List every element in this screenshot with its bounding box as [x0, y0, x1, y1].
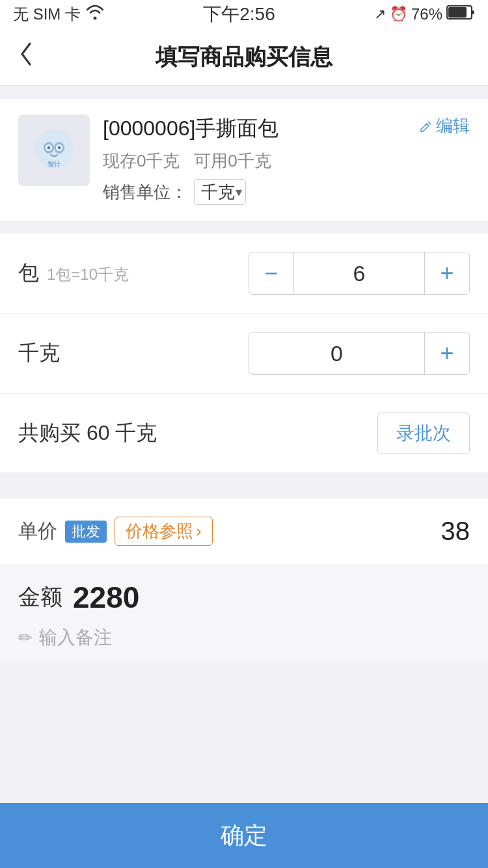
sim-label: 无 SIM 卡: [13, 4, 81, 25]
svg-point-8: [58, 146, 61, 150]
separator-2: [0, 472, 488, 485]
kg-label: 千克: [18, 339, 60, 368]
price-batch-tag: 批发: [65, 521, 107, 543]
status-bar: 无 SIM 卡 下午2:56 ↗ ⏰ 76%: [0, 0, 488, 29]
location-icon: ↗: [374, 6, 386, 23]
page-title: 填写商品购买信息: [156, 42, 332, 72]
bao-minus-button[interactable]: −: [249, 252, 294, 295]
amount-label: 金额: [18, 582, 62, 612]
battery-label: 76%: [411, 5, 442, 23]
price-section: 单价 批发 价格参照 › 38: [0, 498, 488, 564]
amount-value: 2280: [73, 580, 139, 615]
status-time: 下午2:56: [203, 2, 275, 27]
kg-quantity-input[interactable]: [249, 332, 424, 375]
svg-text:智计: 智计: [47, 161, 61, 168]
product-thumbnail: 智计: [18, 115, 90, 186]
svg-rect-1: [448, 7, 467, 18]
quantity-section: 包 1包=10千克 − + 千克 + 共购买 60 千克 录批次: [0, 234, 488, 472]
pencil-icon: ✏: [18, 628, 33, 648]
note-placeholder: 输入备注: [39, 625, 112, 650]
amount-section: 金额 2280 ✏ 输入备注: [0, 564, 488, 660]
product-stock: 现存0千克 可用0千克: [103, 150, 470, 172]
unit-select[interactable]: 千克: [194, 179, 246, 205]
bao-quantity-control: − +: [249, 252, 470, 295]
bao-label: 包 1包=10千克: [18, 259, 129, 288]
summary-row: 共购买 60 千克 录批次: [0, 394, 488, 472]
kg-quantity-row: 千克 +: [0, 314, 488, 394]
product-info: [0000006]手撕面包 现存0千克 可用0千克 销售单位： 千克: [103, 115, 470, 205]
edit-label: 编辑: [436, 115, 470, 137]
amount-row: 金额 2280: [18, 580, 470, 615]
kg-quantity-control: +: [249, 332, 470, 375]
confirm-bar[interactable]: 确定: [0, 803, 488, 868]
product-logo: 智计: [31, 126, 77, 174]
separator-1: [0, 221, 488, 234]
summary-text: 共购买 60 千克: [18, 419, 157, 448]
product-card: 智计 [0000006]手撕面包 现存0千克 可用0千克 销售单位： 千克: [0, 99, 488, 221]
batch-button[interactable]: 录批次: [377, 413, 470, 454]
price-value: 38: [441, 517, 470, 546]
price-row: 单价 批发 价格参照 › 38: [18, 517, 470, 546]
note-row[interactable]: ✏ 输入备注: [18, 625, 470, 650]
status-right: ↗ ⏰ 76%: [374, 5, 475, 24]
price-left: 单价 批发 价格参照 ›: [18, 517, 213, 546]
kg-plus-button[interactable]: +: [424, 332, 470, 375]
svg-point-7: [47, 146, 51, 150]
bao-quantity-input[interactable]: [294, 252, 424, 295]
price-ref-button[interactable]: 价格参照 ›: [115, 517, 213, 546]
price-label: 单价: [18, 518, 57, 545]
battery-icon: [446, 5, 475, 24]
back-button[interactable]: [18, 41, 34, 73]
status-left: 无 SIM 卡: [13, 4, 104, 25]
bao-quantity-row: 包 1包=10千克 − +: [0, 234, 488, 314]
confirm-label: 确定: [221, 820, 267, 852]
alarm-icon: ⏰: [390, 6, 407, 23]
product-name: [0000006]手撕面包: [103, 115, 470, 143]
product-unit-row: 销售单位： 千克: [103, 179, 470, 205]
edit-button[interactable]: 编辑: [419, 115, 470, 137]
bao-plus-button[interactable]: +: [424, 252, 470, 295]
wifi-icon: [86, 5, 104, 23]
unit-select-wrap[interactable]: 千克: [194, 179, 246, 205]
nav-bar: 填写商品购买信息: [0, 29, 488, 86]
